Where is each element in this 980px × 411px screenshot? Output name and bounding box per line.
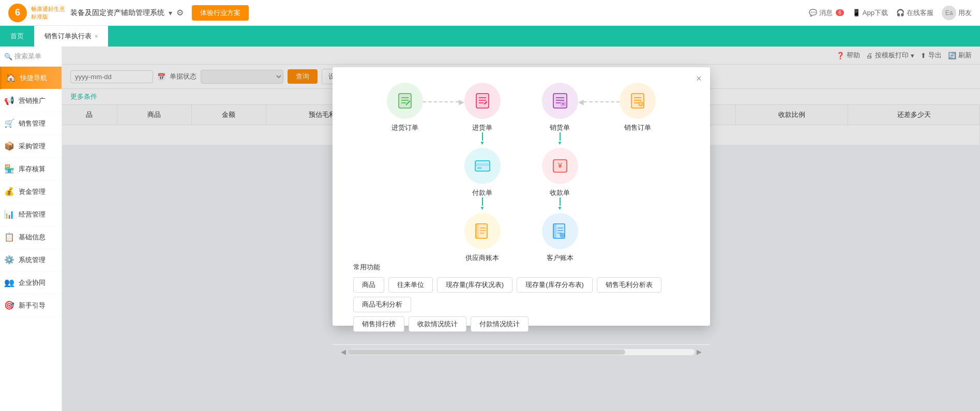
sidebar-item-marketing[interactable]: 📢 营销推广	[0, 89, 62, 112]
sales-icon: 🛒	[4, 118, 14, 128]
flow-item-sales-order: 销售订单	[620, 83, 656, 132]
receipt-label: 收款单	[550, 188, 570, 197]
fn-btn-product[interactable]: 商品	[353, 277, 384, 293]
modal-overlay: × 进货订单	[62, 47, 980, 411]
main-layout: 🔍 搜索菜单 🏠 快捷导航 📢 营销推广 🛒 销售管理 📦 采购管理 🏪 库存核…	[0, 47, 980, 411]
customer-ledger-label: 客户账本	[547, 253, 574, 263]
arrow-1: ▶	[423, 98, 464, 106]
message-badge: 6	[836, 9, 844, 16]
marketing-icon: 📢	[4, 96, 14, 105]
sales-order-circle[interactable]	[620, 83, 656, 119]
s5	[620, 197, 656, 211]
function-buttons-row2: 销售排行榜 收款情况统计 付款情况统计	[353, 316, 689, 332]
arrow-2: ◀	[578, 98, 620, 106]
sales-order-label: 销售订单	[624, 123, 651, 132]
scroll-thumb	[348, 349, 625, 355]
enterprise-icon: 👥	[4, 278, 14, 287]
sidebar-item-system[interactable]: ⚙️ 系统管理	[0, 249, 62, 271]
spacer-arrow1	[423, 132, 464, 146]
logo-icon: 6	[8, 4, 27, 22]
svg-text:¥: ¥	[557, 161, 562, 170]
function-buttons-row1: 商品 往来单位 现存量(库存状况表) 现存量(库存分布表) 销售毛利分析表 商品…	[353, 277, 689, 312]
customer-ledger-circle[interactable]	[542, 213, 578, 249]
supplier-ledger-circle[interactable]	[464, 213, 501, 249]
fn-btn-payment-stats[interactable]: 付款情况统计	[471, 316, 529, 332]
down-arrow-purchase: ▼	[464, 132, 501, 146]
guide-icon: 🎯	[4, 300, 14, 310]
avatar: Ea	[942, 6, 956, 20]
fn-btn-sales-gross[interactable]: 销售毛利分析表	[597, 277, 661, 293]
user-item[interactable]: Ea 用友	[942, 6, 972, 20]
sidebar-item-purchase[interactable]: 📦 采购管理	[0, 135, 62, 158]
search-icon: 🔍	[4, 53, 12, 60]
sidebar-search[interactable]: 🔍 搜索菜单	[0, 47, 62, 67]
customer-service-item[interactable]: 🎧 在线客服	[896, 8, 933, 18]
s1	[387, 197, 423, 211]
modal-scrollbar: ◀ ▶	[333, 344, 710, 359]
logo-text: 畅康通好生意 标准版	[31, 5, 65, 20]
s2	[423, 197, 464, 211]
fn-btn-stock-status[interactable]: 现存量(库存状况表)	[437, 277, 513, 293]
scroll-left-icon[interactable]: ◀	[339, 348, 348, 356]
flow-item-supplier-ledger: 供应商账本	[464, 213, 501, 263]
logo-area: 6 畅康通好生意 标准版	[8, 4, 70, 22]
sidebar-item-enterprise[interactable]: 👥 企业协同	[0, 271, 62, 294]
fn-btn-stock-dist[interactable]: 现存量(库存分布表)	[517, 277, 593, 293]
purchase-order-circle[interactable]	[387, 83, 423, 119]
spacer-left	[387, 132, 423, 146]
message-item[interactable]: 💬 消息 6	[809, 8, 844, 18]
inventory-icon: 🏪	[4, 164, 14, 174]
spacer-arrow2	[578, 132, 620, 146]
s4	[578, 197, 620, 211]
purchase-order-label: 进货订单	[391, 123, 418, 132]
service-icon: 🎧	[896, 9, 904, 17]
fn-btn-counterpart[interactable]: 往来单位	[388, 277, 433, 293]
system-icon: ⚙️	[4, 255, 14, 265]
receipt-circle[interactable]: ¥	[542, 148, 578, 184]
sidebar-item-guide[interactable]: 🎯 新手引导	[0, 294, 62, 317]
tab-home[interactable]: 首页	[0, 26, 34, 47]
s3	[501, 197, 542, 211]
purchase-icon: 📦	[4, 141, 14, 151]
fn-btn-product-gross[interactable]: 商品毛利分析	[353, 297, 411, 312]
flow-item-sales: 销货单	[542, 83, 578, 132]
flow-item-payment: 付款单	[464, 148, 501, 197]
modal: × 进货订单	[333, 67, 710, 326]
content-area: ❓ 帮助 🖨 按模板打印 ▾ ⬆ 导出 🔄 刷新 📅 单据状态	[62, 47, 980, 411]
fn-btn-sales-rank[interactable]: 销售排行榜	[353, 316, 404, 332]
flow-row-3: 供应商账本	[333, 211, 710, 263]
tab-close-icon[interactable]: ×	[95, 33, 98, 39]
app-download-item[interactable]: 📱 App下载	[852, 8, 888, 18]
sidebar-item-finance[interactable]: 💰 资金管理	[0, 180, 62, 203]
modal-close-icon[interactable]: ×	[696, 73, 702, 84]
sidebar-item-quick-nav[interactable]: 🏠 快捷导航	[0, 67, 62, 89]
system-title-dropdown-icon[interactable]: ▾	[169, 9, 172, 17]
flow-row-2: 付款单 ¥ 收款单	[333, 146, 710, 197]
trial-button[interactable]: 体验行业方案	[192, 5, 249, 21]
svg-rect-0	[399, 94, 411, 108]
scroll-track[interactable]	[348, 349, 695, 355]
purchase-circle[interactable]	[464, 83, 501, 119]
sidebar: 🔍 搜索菜单 🏠 快捷导航 📢 营销推广 🛒 销售管理 📦 采购管理 🏪 库存核…	[0, 47, 62, 411]
down-arrow-receipt: ▼	[542, 197, 578, 211]
sidebar-item-operations[interactable]: 📊 经营管理	[0, 203, 62, 226]
svg-rect-25	[476, 224, 479, 238]
common-functions-title: 常用功能	[353, 263, 689, 272]
sidebar-item-inventory[interactable]: 🏪 库存核算	[0, 158, 62, 180]
flow-item-customer-ledger: 客户账本	[542, 213, 578, 263]
fn-btn-receipt-stats[interactable]: 收款情况统计	[409, 316, 466, 332]
svg-point-18	[639, 102, 643, 106]
top-header: 6 畅康通好生意 标准版 装备及固定资产辅助管理系统 ▾ ⚙ 体验行业方案 💬 …	[0, 0, 980, 26]
settings-icon[interactable]: ⚙	[176, 8, 184, 18]
common-functions: 常用功能 商品 往来单位 现存量(库存状况表) 现存量(库存分布表) 销售毛利分…	[333, 263, 710, 344]
sales-circle[interactable]	[542, 83, 578, 119]
payment-label: 付款单	[472, 188, 492, 197]
spacer-right	[620, 132, 656, 146]
tab-sales[interactable]: 销售订单执行表 ×	[34, 26, 108, 47]
down-arrows-row: ▼ ▼	[333, 132, 710, 146]
payment-circle[interactable]	[464, 148, 501, 184]
down-arrow-payment: ▼	[464, 197, 501, 211]
sidebar-item-basic-info[interactable]: 📋 基础信息	[0, 226, 62, 249]
sidebar-item-sales[interactable]: 🛒 销售管理	[0, 112, 62, 135]
scroll-right-icon[interactable]: ▶	[695, 348, 704, 356]
